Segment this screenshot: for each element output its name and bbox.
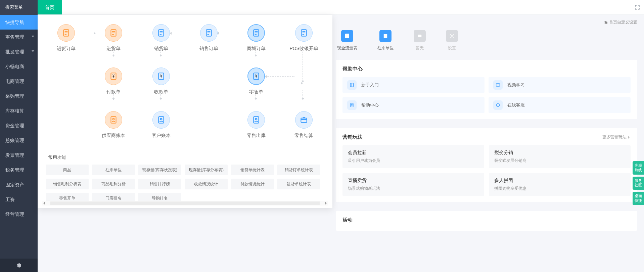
float-item-0[interactable]: 客服热线 — [633, 161, 644, 175]
marketing-item-desc: 场景式购物新玩法 — [348, 186, 479, 191]
activity-title: 活动 — [342, 217, 631, 223]
sidebar-item-0[interactable]: 快捷导航 — [0, 15, 38, 30]
scroll-right-icon — [324, 201, 328, 205]
common-fn-6[interactable]: 销售毛利分析表 — [46, 179, 89, 189]
sidebar-item-4[interactable]: 电商管理 — [0, 74, 38, 89]
flow-node-进货单[interactable]: 进货单 — [90, 24, 138, 67]
marketing-item-3[interactable]: 多人拼团拼团购物享受优惠 — [489, 173, 631, 196]
flow-node-零售结算[interactable]: 零售结算 — [280, 111, 328, 154]
help-title: 帮助中心 — [342, 66, 631, 72]
common-fn-3[interactable]: 现存量(库存分布表) — [185, 165, 228, 175]
sidebar-item-6[interactable]: 库存核算 — [0, 103, 38, 118]
scroll-left-icon — [42, 201, 46, 205]
report-icon — [344, 33, 350, 39]
sidebar-settings[interactable] — [0, 259, 38, 272]
sidebar-item-5[interactable]: 采购管理 — [0, 89, 38, 103]
money-icon — [252, 72, 261, 81]
home-customize-link[interactable]: 首页自定义设置 — [336, 19, 637, 25]
building-icon — [382, 33, 388, 39]
chevron-down-icon — [32, 36, 34, 37]
shortcut-2[interactable]: 暂无 — [414, 30, 426, 51]
sidebar-item-12[interactable]: 工资 — [0, 192, 38, 207]
common-fn-11[interactable]: 进货单统计表 — [277, 179, 320, 189]
flyout-scrollbar[interactable] — [42, 201, 328, 206]
flow-label: 销售订单 — [199, 46, 218, 52]
money-icon — [109, 72, 118, 81]
flow-node-POS收银开单[interactable]: POS收银开单 — [280, 24, 328, 67]
flow-node-进货订单[interactable]: 进货订单 — [42, 24, 90, 67]
shortcut-1[interactable]: 往来单位 — [377, 30, 394, 51]
common-fn-9[interactable]: 收款情况统计 — [185, 179, 228, 189]
book-icon — [349, 82, 355, 88]
help-item-3[interactable]: 在线客服 — [489, 97, 631, 113]
common-fn-0[interactable]: 商品 — [46, 165, 89, 175]
flow-node-零售单[interactable]: 零售单 — [233, 67, 280, 111]
money-icon — [157, 72, 166, 81]
marketing-item-2[interactable]: 直播卖货场景式购物新玩法 — [342, 173, 484, 196]
chevron-down-icon — [32, 50, 34, 52]
shortcut-label: 暂无 — [416, 45, 424, 51]
marketing-item-title: 裂变分销 — [494, 150, 625, 156]
marketing-item-desc: 裂变式发展分销商 — [494, 158, 625, 164]
marketing-more[interactable]: 更多营销玩法 — [602, 134, 631, 140]
flow-node-付款单[interactable]: 付款单 — [90, 67, 138, 111]
help-item-0[interactable]: 新手入门 — [342, 77, 485, 93]
list-icon — [252, 29, 261, 37]
flow-node-供应商账本[interactable]: 供应商账本 — [90, 111, 138, 154]
common-fn-2[interactable]: 现存量(库存状况表) — [138, 165, 181, 175]
scrollbar-track[interactable] — [50, 201, 320, 205]
sidebar-item-3[interactable]: 小畅电商 — [0, 59, 38, 74]
help-label: 在线客服 — [507, 102, 525, 108]
sidebar-item-8[interactable]: 总账管理 — [0, 133, 38, 148]
doc-in-icon — [62, 29, 71, 37]
common-fn-8[interactable]: 销售排行榜 — [138, 179, 181, 189]
fullscreen-button[interactable] — [631, 0, 644, 14]
common-fn-7[interactable]: 商品毛利分析 — [92, 179, 135, 189]
float-item-1[interactable]: 服务社区 — [633, 177, 644, 190]
chevron-right-icon — [627, 136, 631, 139]
blank-icon — [417, 33, 423, 39]
shortcut-0[interactable]: 现金流量表 — [337, 30, 357, 51]
shortcut-label: 设置 — [448, 45, 456, 51]
marketing-item-1[interactable]: 裂变分销裂变式发展分销商 — [489, 145, 631, 168]
flow-node-客户账本[interactable]: 客户账本 — [137, 111, 185, 154]
sidebar-item-11[interactable]: 固定资产 — [0, 177, 38, 192]
sidebar-item-2[interactable]: 批发管理 — [0, 44, 38, 59]
support-icon — [495, 102, 501, 108]
flow-node-销售订单[interactable]: 销售订单 — [185, 24, 233, 67]
settings-icon — [604, 20, 608, 25]
sidebar-item-1[interactable]: 零售管理 — [0, 30, 38, 44]
sidebar-item-10[interactable]: 税务管理 — [0, 163, 38, 177]
flow-node-销货单[interactable]: 销货单 — [137, 24, 185, 67]
help-label: 视频学习 — [507, 82, 525, 88]
flow-label: 客户账本 — [152, 133, 171, 139]
svg-point-3 — [451, 35, 453, 37]
svg-rect-1 — [384, 34, 387, 38]
help-item-1[interactable]: 视频学习 — [489, 77, 631, 93]
shortcut-label: 往来单位 — [377, 45, 394, 51]
help-item-2[interactable]: 帮助中心 — [342, 97, 485, 113]
marketing-item-0[interactable]: 会员拉新吸引用户成为会员 — [342, 145, 484, 168]
common-fn-4[interactable]: 销货单统计表 — [231, 165, 274, 175]
float-item-2[interactable]: 桌面快捷 — [633, 192, 644, 205]
gear-icon — [16, 263, 21, 268]
settle-icon — [300, 116, 308, 124]
common-fn-5[interactable]: 销货订单统计表 — [277, 165, 320, 175]
common-fn-1[interactable]: 往来单位 — [92, 165, 135, 175]
doc-icon — [204, 29, 213, 37]
sidebar-item-13[interactable]: 经营管理 — [0, 207, 38, 222]
flow-node-商城订单[interactable]: 商城订单 — [233, 24, 280, 67]
shortcut-3[interactable]: 设置 — [446, 30, 458, 51]
video-icon — [495, 82, 501, 88]
home-customize-label: 首页自定义设置 — [609, 19, 637, 25]
sidebar-item-9[interactable]: 发票管理 — [0, 148, 38, 163]
sidebar-item-7[interactable]: 资金管理 — [0, 118, 38, 133]
marketing-more-label: 更多营销玩法 — [602, 134, 627, 140]
flow-label: 进货单 — [106, 46, 121, 52]
sidebar-search[interactable]: 搜索菜单 — [0, 0, 38, 15]
help-panel: 帮助中心 新手入门视频学习帮助中心在线客服 — [336, 60, 637, 119]
flow-node-收款单[interactable]: 收款单 — [137, 67, 185, 111]
tab-home[interactable]: 首页 — [38, 0, 62, 14]
flow-node-零售出库[interactable]: 零售出库 — [233, 111, 280, 154]
common-fn-10[interactable]: 付款情况统计 — [231, 179, 274, 189]
